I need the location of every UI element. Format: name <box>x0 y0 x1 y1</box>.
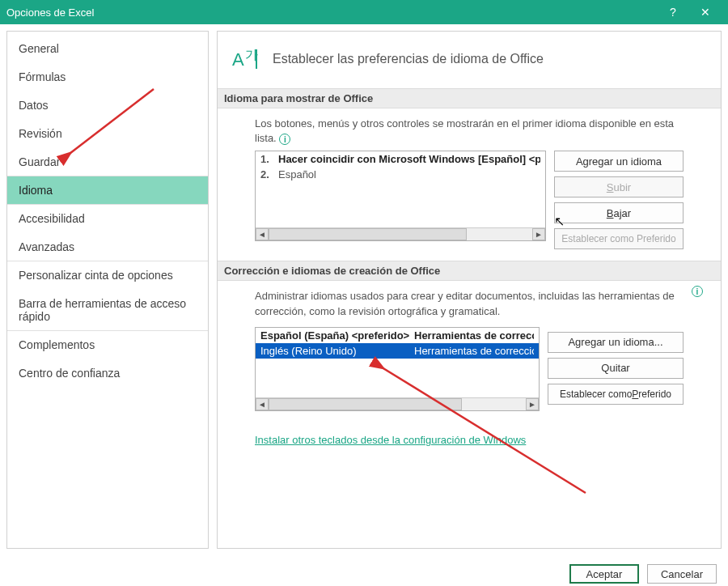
display-language-list[interactable]: 1. Hacer coincidir con Microsoft Windows… <box>255 151 546 241</box>
list-item[interactable]: Español (España) <preferido> Herramienta… <box>256 328 539 343</box>
authoring-desc: Administrar idiomas usados para crear y … <box>255 289 684 318</box>
sidebar-item-trust-center[interactable]: Centro de confianza <box>7 359 208 388</box>
list-item[interactable]: 1. Hacer coincidir con Microsoft Windows… <box>256 151 545 167</box>
sidebar: General Fórmulas Datos Revisión Guardar … <box>6 31 209 549</box>
section-display-language: Los botones, menús y otros controles se … <box>232 108 706 261</box>
display-language-desc: Los botones, menús y otros controles se … <box>255 117 674 144</box>
sidebar-item-save[interactable]: Guardar <box>7 148 208 176</box>
sidebar-item-addins[interactable]: Complementos <box>7 331 208 359</box>
scroll-left-icon[interactable]: ◄ <box>256 228 269 240</box>
sidebar-item-accessibility[interactable]: Accesibilidad <box>7 205 208 233</box>
page-title: Establecer las preferencias de idioma de… <box>273 52 544 66</box>
content-panel: A가 Establecer las preferencias de idioma… <box>217 31 722 549</box>
close-button[interactable]: ✕ <box>689 0 722 24</box>
title-bar: Opciones de Excel ? ✕ <box>0 0 728 24</box>
sidebar-item-quick-access[interactable]: Barra de herramientas de acceso rápido <box>7 290 208 331</box>
cancel-button[interactable]: Cancelar <box>647 564 717 584</box>
authoring-language-list[interactable]: Español (España) <preferido> Herramienta… <box>255 327 540 411</box>
sidebar-item-data[interactable]: Datos <box>7 91 208 120</box>
sidebar-item-language[interactable]: Idioma <box>7 176 208 205</box>
move-up-button: Subir <box>554 176 684 197</box>
add-language-button[interactable]: Agregar un idioma <box>554 151 684 172</box>
language-icon: A가 <box>232 45 261 74</box>
sidebar-item-proofing[interactable]: Revisión <box>7 120 208 148</box>
dialog-footer: Aceptar Cancelar <box>0 562 728 586</box>
display-language-buttons: Agregar un idioma Subir Bajar Establecer… <box>554 151 684 249</box>
window-title: Opciones de Excel <box>6 6 657 19</box>
scrollbar[interactable]: ◄ ► <box>256 397 539 410</box>
help-button[interactable]: ? <box>657 0 689 24</box>
scrollbar[interactable]: ◄ ► <box>256 227 545 240</box>
install-keyboards-link[interactable]: Instalar otros teclados desde la configu… <box>255 434 526 446</box>
sidebar-item-customize-ribbon[interactable]: Personalizar cinta de opciones <box>7 261 208 290</box>
info-icon[interactable]: i <box>279 134 290 145</box>
svg-text:A: A <box>232 49 244 70</box>
section-display-language-title: Idioma para mostrar de Office <box>218 88 721 108</box>
authoring-language-buttons: Agregar un idioma... Quitar Establecer c… <box>548 324 684 411</box>
page-header: A가 Establecer las preferencias de idioma… <box>232 45 706 74</box>
section-authoring: i Administrar idiomas usados para crear … <box>232 281 706 422</box>
ok-button[interactable]: Aceptar <box>569 564 639 584</box>
scroll-right-icon[interactable]: ► <box>532 228 545 240</box>
set-preferred-button: Establecer como Preferido <box>554 228 684 249</box>
info-icon[interactable]: i <box>692 286 703 297</box>
sidebar-item-formulas[interactable]: Fórmulas <box>7 63 208 91</box>
list-item[interactable]: 2. Español <box>256 167 545 182</box>
scroll-left-icon[interactable]: ◄ <box>256 398 269 410</box>
list-item-selected[interactable]: Inglés (Reino Unido) Herramientas de cor… <box>256 343 539 359</box>
add-language-button[interactable]: Agregar un idioma... <box>548 332 684 353</box>
sidebar-item-general[interactable]: General <box>7 35 208 63</box>
sidebar-item-advanced[interactable]: Avanzadas <box>7 233 208 261</box>
section-authoring-title: Corrección e idiomas de creación de Offi… <box>218 261 721 281</box>
set-preferred-button[interactable]: Establecer como Preferido <box>548 384 684 405</box>
scroll-right-icon[interactable]: ► <box>526 398 539 410</box>
remove-language-button[interactable]: Quitar <box>548 358 684 379</box>
move-down-button[interactable]: Bajar <box>554 202 684 223</box>
